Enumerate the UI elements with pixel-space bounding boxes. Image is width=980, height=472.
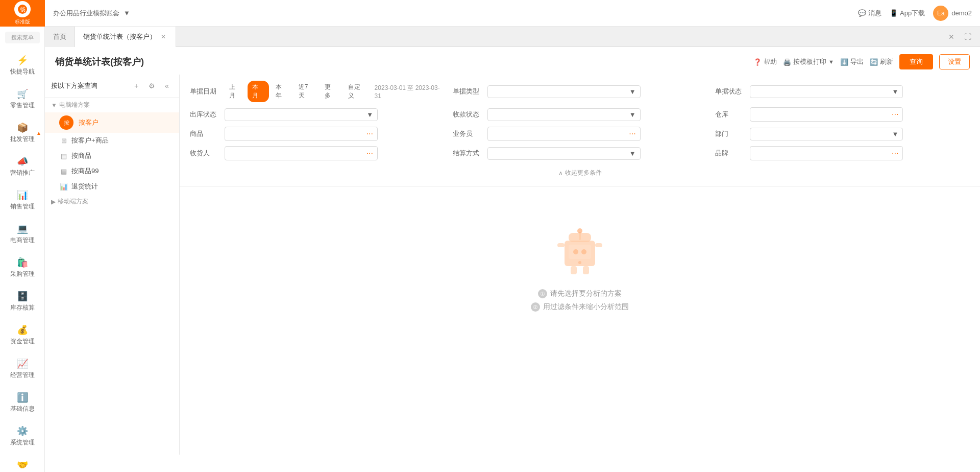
user-menu[interactable]: Ea demo2 [933, 6, 972, 21]
brand-dots-icon[interactable]: ··· [892, 149, 898, 158]
department-select[interactable]: ▼ [750, 128, 903, 140]
refresh-button[interactable]: 🔄 刷新 [870, 57, 893, 66]
finance-label: 资金管理 [10, 337, 35, 346]
message-icon: 💬 [858, 9, 866, 17]
settlement-dropdown-icon: ▼ [629, 150, 636, 157]
sidebar-item-marketing[interactable]: 📣 营销推广 [0, 150, 44, 183]
recipient-input[interactable]: ··· [225, 146, 378, 160]
sidebar-item-retail[interactable]: 🛒 零售管理 [0, 82, 44, 116]
marketing-label: 营销推广 [10, 169, 35, 177]
sidebar-quick-nav[interactable]: ⚡ 快捷导航 [0, 49, 44, 82]
sidebar-item-system[interactable]: ⚙️ 系统管理 [0, 419, 44, 453]
date-btn-current-year[interactable]: 本年 [271, 81, 292, 102]
sidebar-search[interactable]: 搜索菜单 [0, 27, 44, 49]
main-area: 办公用品行业模拟账套 ▼ 💬 消息 📱 App下载 Ea demo2 [45, 0, 980, 472]
collapse-panel-button[interactable]: « [161, 80, 173, 92]
tab-close-icon[interactable]: ✕ [159, 33, 167, 41]
logo-text: 标准版 [15, 18, 30, 26]
doc-type-select[interactable]: ▼ [487, 85, 641, 98]
tree-item-by-customer-product-label: 按客户+商品 [71, 136, 109, 145]
tree-item-by-customer-product[interactable]: ⊞ 按客户+商品 [45, 133, 179, 148]
payment-status-select[interactable]: ▼ [487, 108, 641, 121]
filter-date-item: 单据日期 上月 本月 本年 近7天 更多 自定义 2023-03-01 至 20… [190, 81, 445, 102]
staff-input[interactable]: ··· [487, 127, 641, 141]
date-btn-custom[interactable]: 自定义 [344, 81, 371, 102]
sidebar-item-operations[interactable]: 📈 经营管理 [0, 352, 44, 386]
tree-item-by-product[interactable]: ▤ 按商品 [45, 148, 179, 163]
date-btn-more[interactable]: 更多 [320, 81, 341, 102]
warehouse-dots-icon[interactable]: ··· [892, 110, 898, 119]
sidebar-item-sales[interactable]: 📊 销售管理 [0, 183, 44, 217]
tab-sales-report[interactable]: 销货单统计表（按客户） ✕ [75, 27, 176, 47]
help-icon: ❓ [753, 58, 762, 66]
filter-area: 单据日期 上月 本月 本年 近7天 更多 自定义 2023-03-01 至 20… [180, 75, 980, 187]
filter-doc-type-item: 单据类型 ▼ [453, 85, 707, 98]
tab-home[interactable]: 首页 [45, 27, 75, 47]
left-panel-title: 按以下方案查询 [51, 81, 97, 90]
staff-dots-icon[interactable]: ··· [629, 129, 635, 138]
sidebar-item-purchase[interactable]: 🛍️ 采购管理 [0, 251, 44, 285]
maximize-window-button[interactable]: ⛶ [962, 31, 974, 43]
basic-label: 基础信息 [10, 405, 35, 413]
quick-nav-label: 快捷导航 [10, 67, 35, 76]
doc-status-select[interactable]: ▼ [750, 85, 903, 98]
export-label: 导出 [850, 57, 864, 66]
staff-label: 业务员 [453, 129, 483, 138]
sidebar-item-basic[interactable]: ℹ️ 基础信息 [0, 386, 44, 419]
sidebar-item-inventory[interactable]: 🗄️ 库存核算 [0, 285, 44, 318]
tree-group-mobile[interactable]: ▶ 移动端方案 [45, 194, 179, 209]
retail-label: 零售管理 [10, 101, 35, 110]
home-tab-label: 首页 [53, 32, 66, 41]
setting-button[interactable]: 设置 [939, 54, 970, 69]
settings-icon: ⚙ [149, 82, 155, 90]
message-button[interactable]: 💬 消息 [858, 9, 881, 18]
date-btn-current-month[interactable]: 本月 [248, 81, 268, 102]
tree-item-refund-stats-label: 退货统计 [71, 182, 98, 191]
print-icon: 🖨️ [783, 58, 791, 66]
query-button[interactable]: 查询 [899, 54, 933, 69]
breadcrumb-dropdown[interactable]: ▼ [124, 9, 130, 17]
warehouse-input[interactable]: ··· [750, 107, 903, 122]
left-panel-actions: + ⚙ « [130, 80, 173, 92]
svg-rect-8 [571, 266, 577, 274]
sidebar-item-wholesale[interactable]: 📦 批发管理 ▲ [0, 116, 44, 150]
search-menu-label[interactable]: 搜索菜单 [5, 32, 40, 43]
sidebar-item-enterprise[interactable]: 🤝 企业协同 [0, 453, 44, 472]
sidebar-item-ecommerce[interactable]: 💻 电商管理 [0, 217, 44, 251]
sidebar-item-finance[interactable]: 💰 资金管理 [0, 318, 44, 352]
page-content: 销货单统计表(按客户) ❓ 帮助 🖨️ 按模板打印 ▼ ⬇️ 导出 🔄 刷新 [45, 47, 980, 472]
out-status-select[interactable]: ▼ [225, 108, 378, 121]
tree-group-desktop[interactable]: ▼ 电脑端方案 [45, 98, 179, 112]
bar-icon: 📊 [59, 182, 68, 191]
tree-item-by-customer[interactable]: 按 按客户 [45, 112, 179, 133]
filter-brand-item: 品牌 ··· [715, 146, 970, 160]
filter-staff-item: 业务员 ··· [453, 127, 707, 141]
hint-text-1: 请先选择要分析的方案 [550, 289, 622, 298]
product-dots-icon[interactable]: ··· [366, 129, 373, 138]
close-window-button[interactable]: ✕ [945, 31, 958, 43]
operations-label: 经营管理 [10, 371, 35, 380]
empty-illustration [549, 218, 610, 279]
print-button[interactable]: 🖨️ 按模板打印 ▼ [783, 57, 834, 66]
filter-row-1: 单据日期 上月 本月 本年 近7天 更多 自定义 2023-03-01 至 20… [190, 81, 970, 102]
settlement-select[interactable]: ▼ [487, 147, 641, 160]
tree-item-refund-stats[interactable]: 📊 退货统计 [45, 179, 179, 194]
download-icon: 📱 [890, 9, 898, 17]
add-scheme-button[interactable]: + [130, 80, 142, 92]
collapse-bar[interactable]: ∧ 收起更多条件 [190, 166, 970, 180]
out-status-dropdown-icon: ▼ [366, 111, 373, 119]
payment-status-dropdown-icon: ▼ [629, 111, 636, 119]
recipient-dots-icon[interactable]: ··· [366, 149, 373, 158]
payment-status-label: 收款状态 [453, 110, 483, 119]
help-button[interactable]: ❓ 帮助 [753, 57, 777, 66]
app-download-button[interactable]: 📱 App下载 [890, 9, 925, 18]
date-btn-last-month[interactable]: 上月 [225, 81, 246, 102]
export-button[interactable]: ⬇️ 导出 [840, 57, 864, 66]
empty-state: ① 请先选择要分析的方案 ② 用过滤条件来缩小分析范围 [180, 187, 980, 346]
collapse-label: 收起更多条件 [565, 169, 602, 177]
product-input[interactable]: ··· [225, 127, 378, 141]
settings-scheme-button[interactable]: ⚙ [145, 80, 158, 92]
date-btn-last-7-days[interactable]: 近7天 [294, 81, 318, 102]
brand-input[interactable]: ··· [750, 146, 903, 160]
tree-item-by-product-99[interactable]: ▤ 按商品99 [45, 163, 179, 179]
